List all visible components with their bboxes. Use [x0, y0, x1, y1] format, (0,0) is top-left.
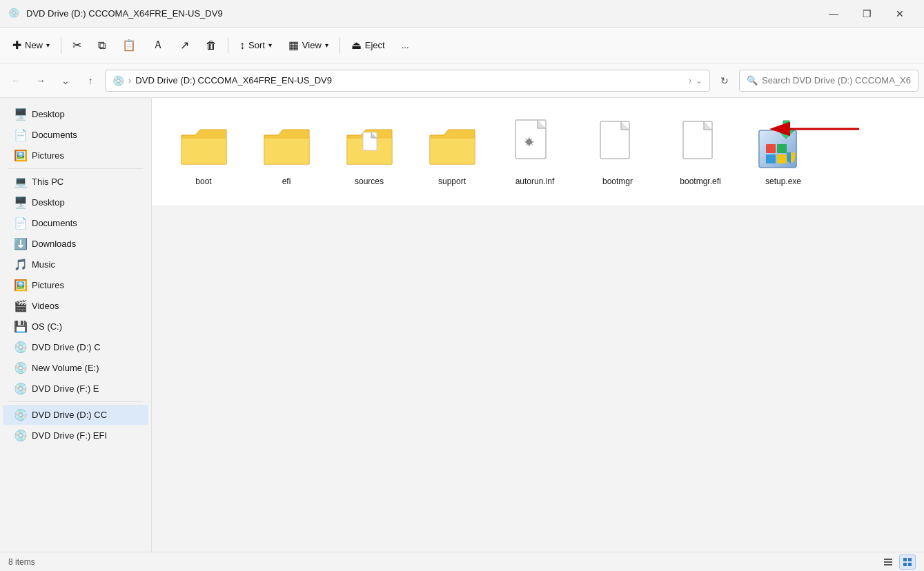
sidebar-item-music[interactable]: 🎵 Music — [3, 254, 148, 274]
eject-button[interactable]: ⏏ Eject — [344, 33, 392, 58]
sidebar-item-videos[interactable]: 🎬 Videos — [3, 296, 148, 316]
title-bar-left: 💿 DVD Drive (D:) CCCOMA_X64FRE_EN-US_DV9 — [8, 8, 223, 20]
sidebar-item-downloads[interactable]: ⬇️ Downloads — [3, 234, 148, 254]
view-button[interactable]: ▦ View ▾ — [282, 33, 335, 58]
file-item-efi[interactable]: efi — [248, 112, 324, 192]
file-item-autorun[interactable]: autorun.inf — [497, 112, 573, 192]
toolbar: ✚ New ▾ ✂ ⧉ 📋 Ａ ↗ 🗑 ↕ Sort ▾ ▦ View ▾ ⏏ … — [0, 28, 924, 63]
svg-rect-19 — [903, 563, 907, 566]
downloads-icon: ⬇️ — [14, 237, 26, 250]
item-count: 8 items — [8, 557, 35, 567]
file-item-sources[interactable]: sources — [331, 112, 407, 192]
rename-button[interactable]: Ａ — [146, 33, 170, 58]
sidebar-item-desktop[interactable]: 🖥️ Desktop — [3, 104, 148, 124]
file-item-setup[interactable]: setup.exe — [745, 112, 821, 192]
sidebar-item-documents[interactable]: 📄 Documents — [3, 125, 148, 145]
delete-icon: 🗑 — [206, 39, 217, 52]
sidebar-item-pictures[interactable]: 🖼️ Pictures — [3, 146, 148, 166]
dvd-d-selected-icon: 💿 — [14, 408, 26, 421]
this-pc-icon: 💻 — [14, 175, 26, 188]
svg-rect-9 — [766, 154, 776, 163]
path-separator-1: › — [128, 75, 131, 86]
toolbar-separator-1 — [61, 37, 61, 54]
efi-folder-icon — [259, 117, 314, 172]
sources-label: sources — [355, 177, 384, 186]
svg-rect-7 — [766, 144, 776, 153]
sidebar-label-pictures-pc: Pictures — [32, 280, 64, 290]
svg-rect-10 — [777, 154, 787, 163]
maximize-button[interactable]: ❐ — [851, 3, 883, 25]
new-icon: ✚ — [12, 39, 21, 52]
search-box[interactable]: 🔍 — [739, 70, 918, 92]
pictures-icon: 🖼️ — [14, 149, 26, 162]
bootmgr-label: bootmgr — [602, 177, 633, 186]
refresh-button[interactable]: ↻ — [714, 70, 735, 91]
grid-view-button[interactable] — [899, 554, 916, 570]
list-view-button[interactable] — [880, 554, 896, 570]
sidebar-label-downloads: Downloads — [32, 239, 76, 249]
new-volume-e-icon: 💿 — [14, 361, 26, 374]
svg-rect-15 — [884, 561, 892, 563]
sidebar-item-dvd-d[interactable]: 💿 DVD Drive (D:) C — [3, 337, 148, 357]
dvd-d-icon: 💿 — [14, 341, 26, 354]
sidebar-label-videos: Videos — [32, 301, 59, 311]
view-toggle-group — [880, 554, 916, 570]
sidebar-item-this-pc[interactable]: 💻 This PC — [3, 172, 148, 192]
paste-button[interactable]: 📋 — [115, 33, 143, 58]
boot-folder-icon — [176, 117, 231, 172]
sidebar-item-documents-pc[interactable]: 📄 Documents — [3, 213, 148, 233]
documents-icon: 📄 — [14, 128, 26, 141]
toolbar-separator-3 — [340, 37, 340, 54]
sidebar-label-new-volume-e: New Volume (E:) — [32, 363, 99, 373]
main-content: 🖥️ Desktop 📄 Documents 🖼️ Pictures 💻 Thi… — [0, 98, 924, 552]
paste-icon: 📋 — [122, 39, 136, 52]
delete-button[interactable]: 🗑 — [199, 33, 224, 58]
sidebar-item-dvd-d-selected[interactable]: 💿 DVD Drive (D:) CC — [3, 405, 148, 425]
os-c-icon: 💾 — [14, 320, 26, 333]
sidebar-item-new-volume-e[interactable]: 💿 New Volume (E:) — [3, 358, 148, 378]
svg-rect-16 — [884, 564, 892, 565]
file-item-support[interactable]: support — [414, 112, 490, 192]
file-item-boot[interactable]: boot — [166, 112, 242, 192]
videos-icon: 🎬 — [14, 299, 26, 312]
grid-view-icon — [903, 557, 912, 567]
support-label: support — [438, 177, 466, 186]
setup-label: setup.exe — [765, 177, 801, 186]
file-item-bootmgr-efi[interactable]: bootmgr.efi — [662, 112, 738, 192]
sidebar-item-dvd-f[interactable]: 💿 DVD Drive (F:) E — [3, 379, 148, 399]
svg-rect-17 — [903, 558, 907, 561]
dvd-drive-icon: 💿 — [8, 8, 21, 20]
cut-button[interactable]: ✂ — [66, 33, 88, 58]
sidebar-label-dvd-efi: DVD Drive (F:) EFI — [32, 430, 107, 441]
sidebar-label-desktop-pc: Desktop — [32, 197, 65, 208]
back-button[interactable]: ← — [6, 70, 26, 91]
share-button[interactable]: ↗ — [173, 33, 196, 58]
path-dropdown-icon[interactable]: ⌄ — [696, 76, 702, 86]
copy-icon: ⧉ — [98, 39, 106, 52]
setup-file-icon — [756, 117, 811, 172]
sidebar-item-os-c[interactable]: 💾 OS (C:) — [3, 317, 148, 337]
list-view-icon — [883, 557, 893, 567]
forward-button[interactable]: → — [30, 70, 51, 91]
svg-rect-0 — [363, 132, 377, 150]
bootmgr-file-icon — [590, 117, 645, 172]
eject-icon: ⏏ — [351, 39, 362, 52]
close-button[interactable]: ✕ — [884, 3, 916, 25]
file-item-bootmgr[interactable]: bootmgr — [580, 112, 656, 192]
minimize-button[interactable]: — — [818, 3, 849, 25]
sidebar-item-dvd-efi[interactable]: 💿 DVD Drive (F:) EFI — [3, 425, 148, 445]
sidebar-item-pictures-pc[interactable]: 🖼️ Pictures — [3, 275, 148, 295]
new-button[interactable]: ✚ New ▾ — [6, 33, 57, 58]
sidebar-label-documents-pc: Documents — [32, 218, 77, 228]
search-input[interactable] — [762, 75, 911, 86]
dropdown-nav-button[interactable]: ⌄ — [55, 70, 76, 91]
file-grid: boot efi — [166, 112, 910, 192]
sort-button[interactable]: ↕ Sort ▾ — [233, 33, 279, 58]
up-button[interactable]: ↑ — [80, 70, 101, 91]
address-path-bar[interactable]: 💿 › DVD Drive (D:) CCCOMA_X64FRE_EN-US_D… — [105, 70, 710, 92]
title-bar: 💿 DVD Drive (D:) CCCOMA_X64FRE_EN-US_DV9… — [0, 0, 924, 28]
sidebar-item-desktop-pc[interactable]: 🖥️ Desktop — [3, 192, 148, 212]
more-button[interactable]: ... — [395, 33, 416, 58]
path-chevron-icon: › — [689, 76, 691, 86]
copy-button[interactable]: ⧉ — [91, 33, 112, 58]
